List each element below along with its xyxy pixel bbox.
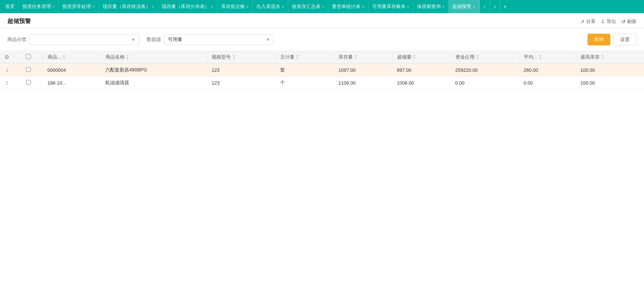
query-button[interactable]: 查询 [588, 34, 610, 45]
tab-stock-dist[interactable]: 现存量（库存分布表） × [158, 0, 217, 13]
row-stock-1: 1097.00 [334, 64, 392, 77]
topbar: 首页 拣货任务管理 × 拣货异常处理 × 现存量（库存状况表） × 现存量（库存… [0, 0, 644, 13]
tab-pick-exception[interactable]: 拣货异常处理 × [59, 0, 99, 13]
nav-prev-btn[interactable]: ‹ [479, 0, 490, 13]
th-product-name-sort[interactable]: 商品名称 ▲▼ [106, 54, 203, 60]
category-label: 商品分类 [7, 36, 26, 43]
settings-button[interactable]: 设置 [613, 34, 637, 45]
tab-pick-exception-label: 拣货异常处理 [62, 3, 91, 10]
row-avg-1: 260.00 [519, 64, 576, 77]
tab-pick-task[interactable]: 拣货任务管理 × [19, 0, 59, 13]
tab-expiry[interactable]: 保质期查询 × [413, 0, 449, 13]
tab-stock-dist-close[interactable]: × [211, 4, 213, 9]
row-overflow-1: 997.00 [392, 64, 451, 77]
tab-pick-task-label: 拣货任务管理 [22, 3, 51, 10]
th-checkbox[interactable] [14, 51, 43, 64]
tab-batch-ledger-close[interactable]: × [246, 4, 249, 9]
th-avg[interactable]: 平均... ▲▼ [519, 51, 576, 64]
th-unit[interactable]: 主计量 ▲▼ [276, 51, 334, 64]
row-seq-2: 2 [0, 77, 14, 89]
tab-batch-ledger[interactable]: 库存批次账 × [217, 0, 253, 13]
tab-overstock-label: 超储预警 [452, 3, 471, 10]
th-product-code[interactable]: 商品... ▲▼ [43, 51, 101, 64]
th-stock-sort[interactable]: 库存量 ▲▼ [339, 54, 388, 60]
tab-pick-task-close[interactable]: × [52, 4, 55, 9]
export-button[interactable]: ⇩ 导出 [601, 18, 616, 25]
row-max-stock-2: 100.00 [576, 77, 644, 89]
select-all-checkbox[interactable] [26, 54, 31, 59]
tab-overstock[interactable]: 超储预警 × [449, 0, 479, 13]
tab-inout-flow[interactable]: 出入库流水 × [253, 0, 288, 13]
row-avg-2: 0.00 [519, 77, 576, 89]
row-unit-2: 个 [276, 77, 334, 89]
nav-close-btn[interactable]: × [500, 0, 510, 13]
row-overflow-2: 1006.00 [392, 77, 451, 89]
row-product-name-2: 机油滤清器 [101, 77, 207, 89]
share-button[interactable]: ↗ 分享 [580, 18, 596, 25]
tab-stock-status-close[interactable]: × [152, 4, 154, 9]
tab-receive-summary[interactable]: 收发存汇总表 × [288, 0, 328, 13]
refresh-button[interactable]: ↺ 刷新 [621, 18, 637, 25]
row-capital-2: 0.00 [451, 77, 519, 89]
datasource-chevron-icon: ▼ [266, 37, 270, 42]
datasource-label: 数据源 [147, 36, 161, 43]
tab-stock-status-label: 现存量（库存状况表） [103, 3, 150, 10]
share-icon: ↗ [580, 19, 585, 25]
sort-icon-overflow: ▲▼ [413, 54, 416, 60]
gear-icon[interactable]: ⚙ [4, 54, 9, 60]
sort-icon-unit: ▲▼ [296, 54, 299, 60]
tab-overstock-close[interactable]: × [473, 4, 475, 9]
table-container: ⚙ 商品... ▲▼ 商品名称 ▲▼ [0, 51, 644, 89]
export-icon: ⇩ [601, 19, 605, 25]
tab-inout-flow-close[interactable]: × [282, 4, 284, 9]
tab-available-ledger-label: 可用量库存账本 [372, 3, 406, 10]
th-product-name[interactable]: 商品名称 ▲▼ [101, 51, 207, 64]
page-title: 超储预警 [7, 18, 31, 25]
tab-pick-exception-close[interactable]: × [92, 4, 95, 9]
tab-receive-summary-close[interactable]: × [322, 4, 324, 9]
tab-batch-ledger-label: 库存批次账 [221, 3, 245, 10]
tab-home[interactable]: 首页 [1, 0, 19, 13]
th-unit-sort[interactable]: 主计量 ▲▼ [280, 54, 329, 60]
th-spec-sort[interactable]: 规格型号 ▲▼ [212, 54, 271, 60]
export-label: 导出 [607, 18, 616, 25]
tab-order-stats[interactable]: 要货单统计表 × [328, 0, 368, 13]
th-avg-sort[interactable]: 平均... ▲▼ [524, 54, 571, 60]
th-product-code-sort[interactable]: 商品... ▲▼ [48, 54, 96, 60]
th-max-stock-sort[interactable]: 最高库存 ▲▼ [581, 54, 640, 60]
tab-home-label: 首页 [5, 3, 15, 10]
sort-icon-product-name: ▲▼ [126, 54, 129, 60]
tab-expiry-close[interactable]: × [442, 4, 444, 9]
table-header-row: ⚙ 商品... ▲▼ 商品名称 ▲▼ [0, 51, 644, 64]
tab-available-ledger[interactable]: 可用量库存账本 × [369, 0, 413, 13]
filter-bar: 商品分类 ▼ 数据源 可用量 ▼ 查询 设置 [0, 29, 644, 51]
th-spec[interactable]: 规格型号 ▲▼ [207, 51, 276, 64]
tab-receive-summary-label: 收发存汇总表 [292, 3, 321, 10]
row-product-code-2: 186-10... [43, 77, 101, 89]
row-capital-1: 259220.00 [451, 64, 519, 77]
th-max-stock[interactable]: 最高库存 ▲▼ [576, 51, 644, 64]
th-stock[interactable]: 库存量 ▲▼ [334, 51, 392, 64]
page-header: 超储预警 ↗ 分享 ⇩ 导出 ↺ 刷新 [0, 13, 644, 29]
sort-icon-product-code: ▲▼ [63, 54, 66, 60]
tab-available-ledger-close[interactable]: × [407, 4, 409, 9]
tab-stock-status[interactable]: 现存量（库存状况表） × [99, 0, 158, 13]
category-select[interactable]: ▼ [29, 34, 139, 45]
sort-icon-stock: ▲▼ [354, 54, 357, 60]
th-capital[interactable]: 资金占用 ▲▼ [451, 51, 519, 64]
sort-icon-spec: ▲▼ [232, 54, 235, 60]
tab-order-stats-close[interactable]: × [362, 4, 364, 9]
refresh-label: 刷新 [627, 18, 637, 25]
th-capital-sort[interactable]: 资金占用 ▲▼ [455, 54, 515, 60]
th-overflow[interactable]: 超储量 ▲▼ [392, 51, 451, 64]
row-checkbox-1[interactable] [14, 64, 43, 77]
th-overflow-sort[interactable]: 超储量 ▲▼ [397, 54, 446, 60]
table-row: 2 186-10... 机油滤清器 123 个 1106.00 1006.00 … [0, 77, 644, 89]
th-settings[interactable]: ⚙ [0, 51, 14, 64]
nav-next-btn[interactable]: › [490, 0, 500, 13]
row-checkbox-2[interactable] [14, 77, 43, 89]
row-stock-2: 1106.00 [334, 77, 392, 89]
tab-stock-dist-label: 现存量（库存分布表） [162, 3, 209, 10]
tab-inout-flow-label: 出入库流水 [256, 3, 280, 10]
datasource-select[interactable]: 可用量 ▼ [164, 34, 274, 45]
